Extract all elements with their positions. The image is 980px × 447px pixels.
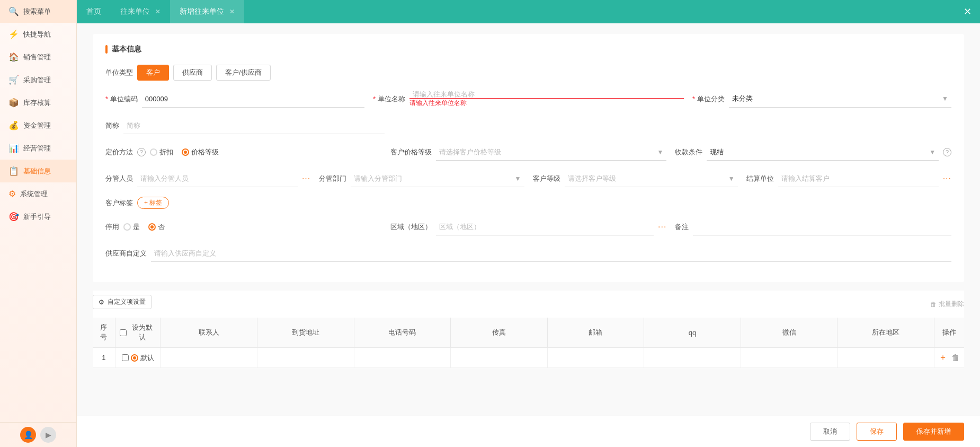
window-close-btn[interactable]: ✕	[955, 6, 980, 17]
type-btn-both[interactable]: 客户/供应商	[216, 65, 271, 81]
department-label: 分管部门	[319, 174, 346, 183]
payment-terms-label: 收款条件	[675, 147, 702, 157]
customer-level-group: 客户等级 请选择客户等级 ▼	[533, 170, 738, 187]
tags-group: 客户标签 + 标签	[105, 197, 951, 209]
payment-terms-select[interactable]: 现结 ▼	[707, 144, 939, 161]
settlement-group: 结算单位 ···	[746, 170, 951, 187]
row-email-input[interactable]	[552, 354, 640, 362]
row-delete-btn[interactable]: 🗑	[951, 353, 960, 363]
row-qq	[644, 348, 741, 368]
row-fax-input[interactable]	[455, 354, 543, 362]
settlement-label: 结算单位	[746, 174, 774, 183]
supplier-custom-input[interactable]	[151, 245, 951, 262]
sidebar-item-basic[interactable]: 📋 基础信息	[0, 160, 76, 182]
customer-level-label: 客户等级	[533, 174, 560, 183]
disabled-radio-no[interactable]: 否	[148, 222, 165, 232]
batch-delete-btn[interactable]: 🗑 批量删除	[930, 300, 964, 309]
col-email: 邮箱	[547, 318, 644, 348]
sidebar-item-inventory[interactable]: 📦 库存核算	[0, 91, 76, 114]
row-phone-input[interactable]	[359, 354, 447, 362]
tag-add-btn[interactable]: + 标签	[137, 197, 169, 209]
tab-new-partner-close[interactable]: ✕	[229, 8, 235, 15]
tab-partners-close[interactable]: ✕	[155, 8, 161, 15]
payment-terms-help-icon[interactable]: ?	[943, 148, 951, 156]
col-phone: 电话号码	[354, 318, 451, 348]
pricing-radio-level-circle	[182, 148, 189, 156]
custom-settings-btn[interactable]: ⚙ 自定义项设置	[93, 295, 152, 309]
content-area: 基本信息 单位类型 客户 供应商 客户/供应商 单位编码	[77, 23, 980, 416]
sidebar-expand-btn[interactable]: ▶	[40, 427, 56, 443]
short-name-input[interactable]	[123, 117, 385, 134]
finance-icon: 💰	[8, 120, 19, 130]
customer-level-select[interactable]: 请选择客户等级 ▼	[565, 170, 738, 187]
row-wechat-input[interactable]	[745, 354, 833, 362]
pricing-radio-level[interactable]: 价格等级	[182, 147, 219, 157]
customer-price-level-select[interactable]: 请选择客户价格等级 ▼	[436, 144, 667, 161]
sidebar-item-operation[interactable]: 📊 经营管理	[0, 137, 76, 160]
tab-home[interactable]: 首页	[77, 0, 111, 23]
sidebar-item-system[interactable]: ⚙ 系统管理	[0, 182, 76, 205]
sidebar-item-search[interactable]: 🔍 搜索菜单	[0, 0, 76, 23]
row-qq-input[interactable]	[648, 354, 736, 362]
sidebar-user-btn[interactable]: 👤	[20, 427, 36, 443]
unit-code-group: 单位编码	[105, 91, 364, 108]
disabled-group: 停用 是 否	[105, 222, 382, 232]
pricing-radio-discount[interactable]: 折扣	[150, 147, 173, 157]
unit-name-input[interactable]	[409, 90, 684, 99]
manager-label: 分管人员	[105, 174, 133, 183]
short-name-label: 简称	[105, 121, 119, 130]
row-email	[547, 348, 644, 368]
region-input[interactable]	[436, 218, 654, 235]
row-address-input[interactable]	[262, 354, 350, 362]
sidebar-item-sales[interactable]: 🏠 销售管理	[0, 46, 76, 68]
save-new-button[interactable]: 保存并新增	[903, 423, 964, 441]
department-select[interactable]: 请输入分管部门 ▼	[351, 170, 524, 187]
tab-partners[interactable]: 往来单位 ✕	[111, 0, 170, 23]
sidebar-item-quicknav[interactable]: ⚡ 快捷导航	[0, 23, 76, 46]
disabled-radio-yes[interactable]: 是	[123, 222, 140, 232]
section-title: 基本信息	[105, 45, 951, 54]
select-all-checkbox[interactable]	[120, 329, 127, 336]
unit-type-label: 单位类型	[105, 68, 133, 77]
customer-price-level-group: 客户价格等级 请选择客户价格等级 ▼	[390, 144, 667, 161]
unit-category-label: 单位分类	[692, 94, 725, 104]
sidebar-item-guide[interactable]: 🎯 新手引导	[0, 205, 76, 228]
row-contact	[161, 348, 257, 368]
tab-new-partner[interactable]: 新增往来单位 ✕	[170, 0, 244, 23]
row-default-radio[interactable]: 默认	[131, 353, 154, 363]
row-seq: 1	[93, 348, 115, 368]
row-contact-input[interactable]	[165, 354, 253, 362]
row-fax	[451, 348, 548, 368]
manager-input[interactable]	[137, 170, 298, 187]
col-default: 设为默认	[115, 318, 161, 348]
settlement-input[interactable]	[778, 170, 939, 187]
type-btn-customer[interactable]: 客户	[137, 65, 169, 81]
unit-category-select[interactable]: 未分类 ▼	[729, 91, 951, 108]
main-area: 首页 往来单位 ✕ 新增往来单位 ✕ ✕ 基本信息 单位类型 客	[77, 0, 980, 447]
settlement-more-btn[interactable]: ···	[943, 174, 951, 183]
short-name-group: 简称	[105, 117, 385, 134]
manager-more-btn[interactable]: ···	[302, 174, 310, 183]
type-btn-supplier[interactable]: 供应商	[173, 65, 212, 81]
sidebar-item-finance[interactable]: 💰 资金管理	[0, 114, 76, 137]
cancel-button[interactable]: 取消	[810, 423, 850, 441]
col-qq: qq	[644, 318, 741, 348]
sidebar-item-purchase[interactable]: 🛒 采购管理	[0, 68, 76, 91]
unit-code-label: 单位编码	[105, 94, 138, 104]
col-contact: 联系人	[161, 318, 257, 348]
unit-code-input[interactable]	[142, 91, 364, 108]
unit-type-buttons: 客户 供应商 客户/供应商	[137, 65, 271, 81]
pricing-help-icon[interactable]: ?	[137, 148, 146, 156]
remark-input[interactable]	[693, 218, 951, 235]
col-region: 所在地区	[838, 318, 934, 348]
row-address	[257, 348, 354, 368]
row-add-btn[interactable]: ＋	[939, 352, 947, 363]
save-button[interactable]: 保存	[857, 423, 897, 441]
code-name-row: 单位编码 单位名称 请输入往来单位名称 单位分类 未分类 ▼	[105, 90, 951, 108]
region-more-btn[interactable]: ···	[658, 222, 666, 232]
row-region-input[interactable]	[842, 354, 930, 362]
col-wechat: 微信	[741, 318, 838, 348]
col-ops: 操作	[934, 318, 964, 348]
table-header-row: 序号 设为默认 联系人 到货地址 电话号码 传真 邮箱 qq	[93, 318, 964, 348]
row-checkbox[interactable]	[122, 354, 129, 361]
